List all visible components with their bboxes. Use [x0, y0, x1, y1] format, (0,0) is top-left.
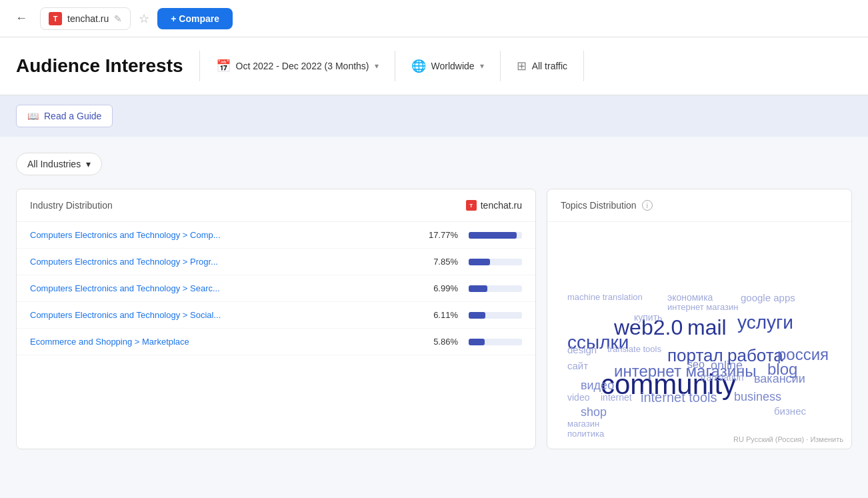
- industry-pct: 7.85%: [425, 257, 458, 267]
- date-range-control[interactable]: 📅 Oct 2022 - Dec 2022 (3 Months) ▾: [199, 51, 395, 81]
- industry-row[interactable]: Computers Electronics and Technology > S…: [17, 302, 535, 329]
- industries-arrow: ▾: [86, 159, 91, 169]
- word-cloud-item: вакансии: [754, 372, 805, 386]
- date-range-label: Oct 2022 - Dec 2022 (3 Months): [236, 61, 369, 71]
- industry-row[interactable]: Computers Electronics and Technology > P…: [17, 249, 535, 275]
- header-controls: 📅 Oct 2022 - Dec 2022 (3 Months) ▾ 🌐 Wor…: [199, 51, 852, 81]
- compare-button[interactable]: + Compare: [157, 8, 233, 29]
- word-cloud-item: интернет магазин: [667, 302, 738, 312]
- topics-panel: Topics Distribution i RU Русский (Россия…: [547, 189, 852, 449]
- industries-row: All Industries ▾: [16, 153, 852, 175]
- word-cloud-item: translate tools: [607, 344, 661, 354]
- industry-bar: [469, 232, 522, 239]
- word-cloud-item: политика: [567, 429, 604, 439]
- word-cloud-item: seo: [687, 359, 705, 371]
- panel-site-name: tenchat.ru: [481, 200, 522, 211]
- site-tab[interactable]: T tenchat.ru ✎: [40, 7, 131, 30]
- footer-note: RU Русский (Россия) · Изменить: [733, 435, 843, 443]
- word-cloud-item: экономика: [667, 292, 713, 303]
- word-cloud-item: mail: [687, 315, 727, 340]
- industry-pct: 6.11%: [425, 310, 458, 320]
- guide-label: Read a Guide: [44, 111, 101, 121]
- industry-pct: 5.86%: [425, 337, 458, 347]
- word-cloud-item: shop: [581, 405, 607, 419]
- panels-row: Industry Distribution T tenchat.ru Compu…: [16, 189, 852, 449]
- word-cloud-item: магазин: [567, 419, 599, 429]
- panel-site-info: T tenchat.ru: [466, 200, 522, 211]
- traffic-label: All traffic: [532, 61, 567, 71]
- word-cloud-item: online: [711, 359, 743, 373]
- book-icon: 📖: [27, 111, 39, 121]
- site-name-label: tenchat.ru: [67, 13, 109, 24]
- industry-pct: 6.99%: [425, 283, 458, 293]
- back-button[interactable]: ←: [11, 8, 32, 29]
- industry-rows: Computers Electronics and Technology > C…: [17, 222, 535, 355]
- page-title: Audience Interests: [16, 55, 183, 77]
- traffic-control[interactable]: ⊞ All traffic: [500, 51, 584, 81]
- site-favicon: T: [49, 12, 62, 25]
- info-icon[interactable]: i: [642, 200, 653, 211]
- topics-header: Topics Distribution i: [547, 189, 851, 222]
- word-cloud-item: купить: [634, 312, 662, 323]
- industry-name: Computers Electronics and Technology > P…: [30, 257, 414, 267]
- industry-bar: [469, 285, 522, 292]
- industry-panel: Industry Distribution T tenchat.ru Compu…: [16, 189, 536, 449]
- industry-row[interactable]: Ecommerce and Shopping > Marketplace 5.8…: [17, 329, 535, 355]
- industry-name: Ecommerce and Shopping > Marketplace: [30, 337, 414, 347]
- globe-icon: 🌐: [411, 59, 426, 73]
- industry-name: Computers Electronics and Technology > S…: [30, 310, 414, 320]
- industries-dropdown[interactable]: All Industries ▾: [16, 153, 102, 175]
- word-cloud-item: machine translation: [567, 292, 643, 302]
- edit-icon[interactable]: ✎: [114, 13, 122, 24]
- industry-pct: 17.77%: [425, 230, 458, 240]
- location-dropdown-arrow: ▾: [480, 61, 484, 71]
- word-cloud-item: видео: [581, 379, 614, 393]
- industry-row[interactable]: Computers Electronics and Technology > C…: [17, 222, 535, 249]
- main-content: All Industries ▾ Industry Distribution T…: [0, 137, 868, 498]
- location-label: Worldwide: [431, 61, 475, 71]
- back-icon: ←: [15, 11, 27, 25]
- industry-name: Computers Electronics and Technology > S…: [30, 283, 414, 293]
- read-guide-button[interactable]: 📖 Read a Guide: [16, 105, 113, 127]
- topics-title: Topics Distribution: [561, 200, 637, 211]
- word-cloud-item: internet: [601, 392, 632, 403]
- industry-bar: [469, 339, 522, 345]
- word-cloud-item: video: [567, 392, 589, 403]
- calendar-icon: 📅: [216, 59, 231, 73]
- word-cloud-item: business: [734, 390, 781, 404]
- word-cloud: RU Русский (Россия) · Изменить community…: [547, 222, 851, 449]
- traffic-icon: ⊞: [517, 59, 527, 73]
- word-cloud-item: google apps: [741, 292, 795, 303]
- industries-label: All Industries: [27, 159, 81, 169]
- industry-panel-header: Industry Distribution T tenchat.ru: [17, 189, 535, 222]
- word-cloud-item: internet tools: [641, 390, 717, 405]
- favorite-icon[interactable]: ☆: [139, 11, 149, 26]
- word-cloud-item: translation: [701, 372, 744, 383]
- location-control[interactable]: 🌐 Worldwide ▾: [395, 51, 500, 81]
- word-cloud-item: услуги: [737, 312, 793, 333]
- panel-favicon: T: [466, 200, 477, 211]
- industry-row[interactable]: Computers Electronics and Technology > S…: [17, 275, 535, 302]
- industry-bar: [469, 312, 522, 319]
- word-cloud-item: бизнес: [774, 405, 806, 417]
- industry-name: Computers Electronics and Technology > C…: [30, 230, 414, 240]
- date-dropdown-arrow: ▾: [375, 61, 379, 71]
- industry-bar: [469, 259, 522, 265]
- guide-bar: 📖 Read a Guide: [0, 95, 868, 137]
- word-cloud-item: design: [567, 344, 597, 355]
- word-cloud-item: сайт: [567, 360, 588, 371]
- industry-panel-title: Industry Distribution: [30, 200, 455, 211]
